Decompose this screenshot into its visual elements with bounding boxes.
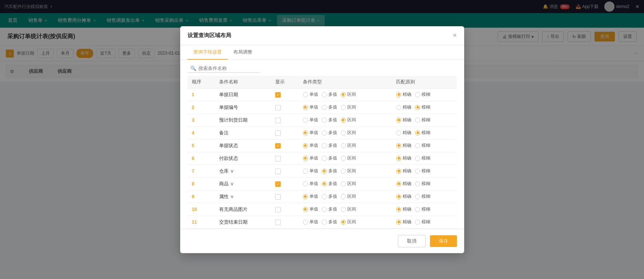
dialog-close-btn[interactable]: × [453,32,457,39]
settings-dialog: 设置查询区域布局 × 查询字段设置 布局调整 🔍 顺序 [180,26,464,82]
dialog-tabs: 查询字段设置 布局调整 [180,45,464,60]
dialog-tab-query-fields[interactable]: 查询字段设置 [187,45,228,60]
modal-overlay: 设置查询区域布局 × 查询字段设置 布局调整 🔍 顺序 [0,0,644,82]
dialog-header: 设置查询区域布局 × [180,26,464,45]
th-name: 条件名称 [215,76,271,82]
th-type: 条件类型 [299,76,392,82]
search-wrap: 🔍 [187,64,260,73]
th-order: 顺序 [187,76,215,82]
search-icon: 🔍 [190,66,196,71]
th-display: 显示 [271,76,299,82]
cond-table: 顺序 条件名称 显示 条件类型 匹配原则 1单据日期单值多值区间精确模糊2单据编… [187,76,457,82]
conditions-table: 顺序 条件名称 显示 条件类型 匹配原则 1单据日期单值多值区间精确模糊2单据编… [180,76,464,82]
dialog-tab-layout[interactable]: 布局调整 [228,45,258,60]
search-box: 🔍 [180,60,464,76]
th-match: 匹配原则 [392,76,457,82]
search-input[interactable] [198,66,257,71]
dialog-title: 设置查询区域布局 [187,32,231,39]
